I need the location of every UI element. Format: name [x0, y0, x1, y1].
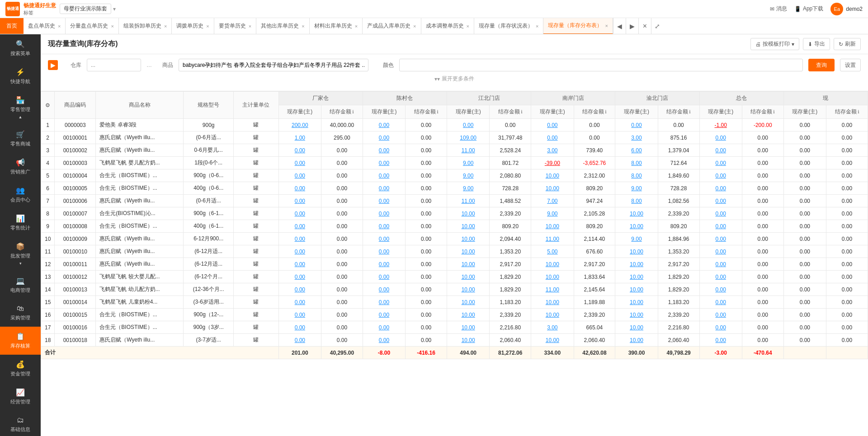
- cell-jb-qty[interactable]: 10.00: [447, 233, 489, 245]
- cell-f-qty[interactable]: 0.00: [278, 169, 321, 182]
- cell-jb-qty[interactable]: 10.00: [447, 321, 489, 334]
- cell-tot-qty[interactable]: 0.00: [699, 271, 742, 283]
- cell-tot-qty[interactable]: 0.00: [699, 182, 742, 195]
- tab-demand-close[interactable]: ×: [249, 23, 251, 29]
- sidebar-item-quicknav[interactable]: ⚡ 快捷导航: [0, 62, 41, 90]
- tab-transfer[interactable]: 调拨单历史 ×: [172, 18, 214, 34]
- tab-productin-close[interactable]: ×: [413, 23, 416, 29]
- cell-f-qty[interactable]: 0.00: [278, 309, 321, 321]
- cell-f-qty[interactable]: 0.00: [278, 334, 321, 347]
- cell-f-qty[interactable]: 0.00: [278, 283, 321, 296]
- tab-otherout[interactable]: 其他出库单历史 ×: [256, 18, 309, 34]
- cell-tot-qty[interactable]: 0.00: [699, 334, 742, 347]
- color-input[interactable]: [399, 59, 803, 71]
- tab-demand[interactable]: 要货单历史 ×: [214, 18, 256, 34]
- cell-yb-qty[interactable]: 0.00: [615, 119, 658, 131]
- selector-area[interactable]: 母婴行业演示陈套 ▾: [60, 4, 116, 14]
- cell-jb-qty[interactable]: 0.00: [447, 119, 489, 131]
- cell-f-qty[interactable]: 0.00: [278, 321, 321, 334]
- cell-jb-qty[interactable]: 11.00: [447, 144, 489, 157]
- filter-expand-btn[interactable]: ▶: [48, 60, 58, 70]
- company-selector[interactable]: 母婴行业演示陈套: [60, 4, 111, 14]
- cell-na-qty[interactable]: 10.00: [531, 271, 574, 283]
- cell-f-qty[interactable]: 1.00: [278, 131, 321, 144]
- sidebar-item-purchase[interactable]: 🛍 采购管理: [0, 299, 41, 327]
- cell-na-qty[interactable]: 0.00: [531, 119, 574, 131]
- sidebar-item-marketing[interactable]: 📢 营销推广: [0, 153, 41, 181]
- tab-materialout[interactable]: 材料出库单历史 ×: [310, 18, 363, 34]
- cell-tot-qty[interactable]: 0.00: [699, 258, 742, 271]
- cell-yb-qty[interactable]: 3.00: [615, 131, 658, 144]
- sidebar-item-retail-stats[interactable]: 📊 零售统计: [0, 209, 41, 237]
- cell-yb-qty[interactable]: 10.00: [615, 334, 658, 347]
- sidebar-item-wholesale[interactable]: 📦 批发管理 ▾: [0, 237, 41, 271]
- th-settings[interactable]: ⚙: [41, 92, 55, 119]
- cell-tot-qty[interactable]: 0.00: [699, 296, 742, 309]
- query-btn[interactable]: 查询: [808, 59, 835, 71]
- cell-yb-qty[interactable]: 9.00: [615, 182, 658, 195]
- cell-c-qty[interactable]: 0.00: [363, 296, 405, 309]
- cell-na-qty[interactable]: 7.00: [531, 195, 574, 207]
- cell-f-qty[interactable]: 0.00: [278, 195, 321, 207]
- cell-yb-qty[interactable]: 10.00: [615, 283, 658, 296]
- cell-jb-qty[interactable]: 10.00: [447, 220, 489, 233]
- cell-na-qty[interactable]: 3.00: [531, 144, 574, 157]
- sidebar-item-retail[interactable]: 🏪 零售管理 ▲: [0, 90, 41, 125]
- sidebar-item-retail-shop[interactable]: 🛒 零售商城: [0, 125, 41, 153]
- cell-f-qty[interactable]: 0.00: [278, 258, 321, 271]
- goods-input[interactable]: [179, 59, 368, 71]
- cell-tot-qty[interactable]: 0.00: [699, 283, 742, 296]
- cell-tot-qty[interactable]: 0.00: [699, 131, 742, 144]
- message-btn[interactable]: ✉ 消息: [770, 5, 787, 13]
- cell-yb-qty[interactable]: 10.00: [615, 309, 658, 321]
- tab-productin[interactable]: 产成品入库单历史 ×: [363, 18, 421, 34]
- cell-yb-qty[interactable]: 6.00: [615, 144, 658, 157]
- cell-c-qty[interactable]: 0.00: [363, 169, 405, 182]
- cell-f-qty[interactable]: 0.00: [278, 182, 321, 195]
- cell-c-qty[interactable]: 0.00: [363, 144, 405, 157]
- cell-jb-qty[interactable]: 9.00: [447, 169, 489, 182]
- cell-tot-qty[interactable]: 0.00: [699, 169, 742, 182]
- cell-tot-qty[interactable]: 0.00: [699, 233, 742, 245]
- cell-tot-qty[interactable]: 0.00: [699, 157, 742, 169]
- cell-f-qty[interactable]: 200.00: [278, 119, 321, 131]
- refresh-btn[interactable]: ↻ 刷新: [834, 38, 861, 50]
- cell-f-qty[interactable]: 0.00: [278, 207, 321, 220]
- sidebar-item-search[interactable]: 🔍 搜索英单: [0, 34, 41, 62]
- cell-jb-qty[interactable]: 10.00: [447, 296, 489, 309]
- tab-transfer-close[interactable]: ×: [206, 23, 209, 29]
- export-btn[interactable]: ⬇ 导出: [803, 38, 830, 50]
- tab-splitstock-close[interactable]: ×: [111, 23, 113, 29]
- app-download-btn[interactable]: 📱 App下载: [794, 5, 823, 13]
- cell-c-qty[interactable]: 0.00: [363, 157, 405, 169]
- cell-jb-qty[interactable]: 9.00: [447, 157, 489, 169]
- cell-jb-qty[interactable]: 10.00: [447, 207, 489, 220]
- tab-otherout-close[interactable]: ×: [302, 23, 304, 29]
- user-area[interactable]: Ea demo2: [830, 3, 863, 15]
- cell-tot-qty[interactable]: -1.00: [699, 119, 742, 131]
- sidebar-item-member[interactable]: 👥 会员中心: [0, 181, 41, 209]
- tab-costadjust[interactable]: 成本调整单历史 ×: [421, 18, 474, 34]
- sidebar-item-ecommerce[interactable]: 💻 电商管理: [0, 271, 41, 299]
- cell-jb-qty[interactable]: 10.00: [447, 258, 489, 271]
- cell-tot-qty[interactable]: 0.00: [699, 309, 742, 321]
- tab-inventory-dist-close[interactable]: ×: [605, 23, 608, 28]
- tab-costadjust-close[interactable]: ×: [467, 23, 469, 29]
- cell-jb-qty[interactable]: 9.00: [447, 182, 489, 195]
- tab-assemble-close[interactable]: ×: [164, 23, 167, 29]
- cell-f-qty[interactable]: 0.00: [278, 220, 321, 233]
- cell-jb-qty[interactable]: 10.00: [447, 334, 489, 347]
- settings-btn[interactable]: 设置: [840, 59, 861, 71]
- cell-c-qty[interactable]: 0.00: [363, 283, 405, 296]
- cell-tot-qty[interactable]: 0.00: [699, 321, 742, 334]
- sidebar-item-finance[interactable]: 💰 资金管理: [0, 355, 41, 383]
- cell-f-qty[interactable]: 0.00: [278, 144, 321, 157]
- cell-yb-qty[interactable]: 10.00: [615, 258, 658, 271]
- cell-c-qty[interactable]: 0.00: [363, 195, 405, 207]
- tab-inventory-dist[interactable]: 现存量（库存分布表） ×: [543, 18, 613, 34]
- warehouse-input[interactable]: [87, 59, 141, 71]
- cell-yb-qty[interactable]: 10.00: [615, 220, 658, 233]
- cell-yb-qty[interactable]: 10.00: [615, 245, 658, 258]
- cell-c-qty[interactable]: 0.00: [363, 258, 405, 271]
- cell-yb-qty[interactable]: 9.00: [615, 233, 658, 245]
